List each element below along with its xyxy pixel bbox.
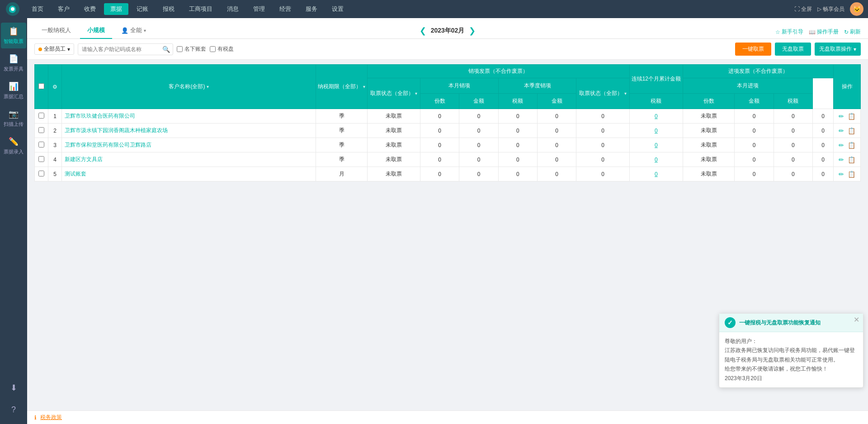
sidebar-item-smart-ticket[interactable]: 📋 智能取票 bbox=[1, 23, 26, 48]
tab-small-scale[interactable]: 小规模 bbox=[80, 23, 112, 39]
app-logo bbox=[5, 1, 21, 17]
fullscreen-btn[interactable]: ⛶ 全屏 bbox=[794, 5, 812, 13]
row-client-name[interactable]: 卫辉市玖玖健合医药有限公司 bbox=[62, 109, 316, 124]
th-sales-month-amount: 金额 bbox=[459, 94, 498, 109]
sidebar-item-ticket-summary[interactable]: 📊 票据汇总 bbox=[1, 78, 26, 104]
tax-policy-link[interactable]: 税务政策 bbox=[40, 414, 62, 421]
member-label: 畅享会员 bbox=[823, 5, 844, 13]
purchase-status-filter-icon[interactable]: ▾ bbox=[624, 91, 627, 96]
view-icon[interactable]: 📋 bbox=[848, 113, 855, 120]
row-tax-period: 季 bbox=[316, 138, 367, 152]
row-cumulative[interactable]: 0 bbox=[629, 109, 683, 124]
checkbox-tax-device[interactable]: 有税盘 bbox=[210, 45, 234, 53]
row-client-name[interactable]: 卫辉市保和堂医药有限公司卫辉路店 bbox=[62, 138, 316, 152]
edit-icon[interactable]: ✏ bbox=[839, 142, 844, 149]
checkbox-tax-device-input[interactable] bbox=[210, 46, 216, 52]
dropdown-icon: ▾ bbox=[144, 28, 146, 33]
row-checkbox[interactable] bbox=[38, 171, 44, 176]
one-key-take-btn[interactable]: 一键取票 bbox=[735, 43, 771, 56]
table-row: 5 测试账套 月 未取票 0 0 0 0 0 0 未取票 0 0 0 ✏ 📋 bbox=[35, 167, 861, 181]
nav-messages[interactable]: 消息 bbox=[221, 3, 245, 15]
edit-icon[interactable]: ✏ bbox=[839, 127, 844, 134]
staff-selector[interactable]: 全部员工 ▾ bbox=[34, 43, 74, 55]
sidebar-help-btn[interactable]: ? bbox=[5, 400, 23, 419]
settings-icon[interactable]: ⚙ bbox=[52, 84, 57, 90]
th-sales-season-amount: 金额 bbox=[538, 94, 576, 109]
row-index-cell: 4 bbox=[48, 152, 62, 167]
tab-bar: 一般纳税人 小规模 👤 全能 ▾ ❮ 2023年02月 ❯ ☆ 新手引导 📖 操 bbox=[27, 18, 868, 39]
view-icon[interactable]: 📋 bbox=[848, 142, 855, 149]
nav-billing[interactable]: 收费 bbox=[78, 3, 102, 15]
popup-title: 一键报税与无盘取票功能恢复通知 bbox=[739, 319, 821, 327]
row-client-name[interactable]: 测试账套 bbox=[62, 167, 316, 181]
row-checkbox[interactable] bbox=[38, 113, 44, 119]
checkbox-account[interactable]: 名下账套 bbox=[177, 45, 206, 53]
row-cumulative[interactable]: 0 bbox=[629, 152, 683, 167]
guide-btn[interactable]: ☆ 新手引导 bbox=[775, 28, 803, 36]
edit-icon[interactable]: ✏ bbox=[839, 156, 844, 163]
row-sales-season-tax: 0 bbox=[576, 109, 629, 124]
sidebar: 📋 智能取票 📄 发票开具 📊 票据汇总 📷 扫描上传 ✏️ 票据录入 ⬇ ? bbox=[0, 18, 27, 424]
row-cumulative[interactable]: 0 bbox=[629, 167, 683, 181]
row-client-name[interactable]: 卫辉市汲水镇下园润香阁蔬木种植家庭农场 bbox=[62, 124, 316, 138]
popup-close-btn[interactable]: ✕ bbox=[854, 316, 859, 324]
row-sales-status: 未取票 bbox=[367, 124, 420, 138]
row-sales-season-amount: 0 bbox=[538, 152, 576, 167]
nav-tickets[interactable]: 票据 bbox=[104, 3, 128, 15]
period-label: 2023年02月 bbox=[431, 27, 465, 35]
nav-business[interactable]: 工商项目 bbox=[183, 3, 219, 15]
row-sales-season-amount: 0 bbox=[538, 138, 576, 152]
sidebar-item-label-0: 智能取票 bbox=[4, 38, 24, 45]
nav-settings[interactable]: 设置 bbox=[326, 3, 350, 15]
period-next-btn[interactable]: ❯ bbox=[469, 27, 476, 35]
row-sales-month-tax: 0 bbox=[498, 167, 537, 181]
edit-icon[interactable]: ✏ bbox=[839, 113, 844, 120]
sidebar-item-ticket-entry[interactable]: ✏️ 票据录入 bbox=[1, 133, 26, 159]
edit-icon[interactable]: ✏ bbox=[839, 171, 844, 178]
sales-status-filter-icon[interactable]: ▾ bbox=[415, 91, 417, 96]
nav-management[interactable]: 管理 bbox=[247, 3, 271, 15]
row-sales-month-count: 0 bbox=[420, 167, 459, 181]
view-icon[interactable]: 📋 bbox=[848, 171, 855, 178]
nav-tax[interactable]: 报税 bbox=[156, 3, 181, 15]
view-icon[interactable]: 📋 bbox=[848, 156, 855, 163]
tab-all-capable[interactable]: 👤 全能 ▾ bbox=[114, 23, 153, 39]
row-checkbox[interactable] bbox=[38, 156, 44, 162]
row-sales-month-count: 0 bbox=[420, 124, 459, 138]
row-cumulative[interactable]: 0 bbox=[629, 124, 683, 138]
row-checkbox-cell bbox=[35, 152, 48, 167]
row-client-name[interactable]: 新建区方文具店 bbox=[62, 152, 316, 167]
row-purchase-status: 未取票 bbox=[683, 138, 735, 152]
refresh-btn[interactable]: ↻ 刷新 bbox=[844, 28, 861, 36]
sidebar-download-btn[interactable]: ⬇ bbox=[5, 379, 23, 397]
tab-general-taxpayer[interactable]: 一般纳税人 bbox=[34, 23, 78, 39]
row-purchase-month-amount: 0 bbox=[774, 138, 812, 152]
row-cumulative[interactable]: 0 bbox=[629, 138, 683, 152]
row-sales-month-tax: 0 bbox=[498, 152, 537, 167]
nav-home[interactable]: 首页 bbox=[25, 3, 50, 15]
period-prev-btn[interactable]: ❮ bbox=[420, 27, 426, 35]
member-btn[interactable]: ▷ 畅享会员 bbox=[817, 5, 844, 13]
client-filter-icon[interactable]: ▾ bbox=[207, 84, 209, 89]
nav-bookkeeping[interactable]: 记账 bbox=[130, 3, 155, 15]
search-input[interactable] bbox=[78, 44, 160, 54]
th-this-month-purchase: 本月进项 bbox=[683, 78, 813, 94]
no-disk-op-dropdown-icon: ▾ bbox=[854, 46, 856, 52]
nav-clients[interactable]: 客户 bbox=[52, 3, 76, 15]
row-checkbox[interactable] bbox=[38, 127, 44, 133]
row-checkbox[interactable] bbox=[38, 142, 44, 148]
checkbox-account-input[interactable] bbox=[177, 46, 183, 52]
view-icon[interactable]: 📋 bbox=[848, 127, 855, 134]
nav-services[interactable]: 服务 bbox=[299, 3, 324, 15]
sidebar-item-scan-upload[interactable]: 📷 扫描上传 bbox=[1, 105, 26, 131]
manual-btn[interactable]: 📖 操作手册 bbox=[809, 28, 839, 36]
no-disk-take-btn[interactable]: 无盘取票 bbox=[775, 43, 811, 56]
row-purchase-month-count: 0 bbox=[735, 167, 774, 181]
user-avatar[interactable]: 🐱 bbox=[850, 2, 863, 16]
select-all-checkbox[interactable] bbox=[38, 83, 44, 89]
nav-operations[interactable]: 经营 bbox=[273, 3, 297, 15]
sidebar-item-invoice-issue[interactable]: 📄 发票开具 bbox=[1, 50, 26, 76]
no-disk-op-btn[interactable]: 无盘取票操作 ▾ bbox=[815, 43, 861, 56]
search-button[interactable]: 🔍 bbox=[160, 44, 173, 55]
tax-period-filter-icon[interactable]: ▾ bbox=[363, 84, 365, 89]
